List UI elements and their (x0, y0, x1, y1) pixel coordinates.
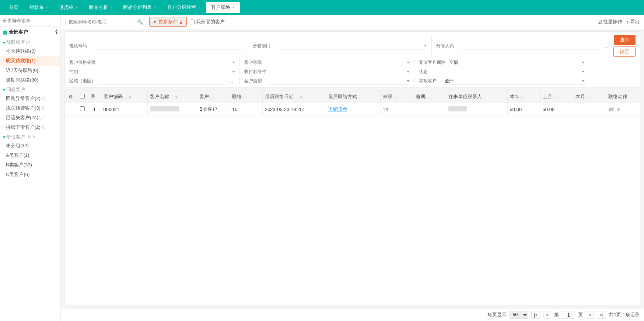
sidebar-class-a[interactable]: A类客户(1) (0, 151, 60, 160)
this-year-col-dots[interactable]: ⋮ (524, 95, 528, 99)
nav-product-analysis-list[interactable]: 商品分析列表× (118, 2, 161, 13)
sidebar-continuous-decline[interactable]: 持续下滑客户(2) ⓘ (0, 122, 60, 132)
contact-col-dots[interactable]: ⋮ (246, 95, 250, 99)
close-customer-contact[interactable]: × (232, 5, 234, 10)
page-input[interactable] (562, 311, 575, 319)
last-method-link[interactable]: 下销货单 (328, 106, 347, 112)
search-input[interactable] (69, 19, 136, 24)
col-check-header[interactable] (77, 90, 88, 103)
first-page-button[interactable]: |< (531, 311, 540, 319)
filter-retail-attr-wrapper[interactable]: 全部 (448, 59, 585, 66)
close-sales-order[interactable]: × (46, 5, 48, 10)
filter-phone-input[interactable] (94, 42, 244, 49)
last-date-col-dots[interactable]: ⋮ (294, 95, 298, 99)
filter-price-level-select[interactable] (98, 59, 232, 66)
refresh-icon[interactable]: ↻ (28, 134, 32, 140)
code-col-dots[interactable]: ⋮ (123, 95, 127, 99)
batch-action-button[interactable]: ☑ 批量操作 (598, 18, 622, 25)
col-type-header[interactable]: 客户... ⋮ (197, 90, 230, 103)
filter-dept-select-wrapper[interactable] (277, 42, 427, 49)
filter-status-select[interactable] (443, 68, 582, 75)
col-contact-header[interactable]: 联络... ⋮ (230, 90, 262, 103)
col-code-header[interactable]: 客户编码 ⋮ (101, 90, 148, 103)
filter-customer-level-select[interactable] (269, 59, 407, 66)
filter-customer-type-wrapper[interactable] (269, 77, 410, 84)
export-button[interactable]: ↑ 导出 (627, 18, 640, 25)
sidebar-overdue-contact[interactable]: 逾期未联络(30) (0, 75, 60, 85)
this-month-col-dots[interactable]: ⋮ (589, 95, 593, 99)
nav-customer-segmentation[interactable]: 客户分层经营× (162, 2, 205, 13)
sidebar-lost-warning[interactable]: 流失预警客户(3) ⓘ (0, 103, 60, 113)
filter-retail-customer-select[interactable]: 全部 (443, 77, 582, 84)
more-filter-button[interactable]: ▼ 更多条件 ▲ (149, 17, 187, 27)
last-method-col-dots[interactable]: ⋮ (358, 95, 361, 99)
unit-contact-col-dots[interactable]: ⋮ (483, 95, 486, 99)
last-page-button[interactable]: >| (597, 311, 606, 319)
manager-dots-button[interactable]: … (602, 43, 610, 49)
sidebar-repeat-abnormal[interactable]: 回购异常客户(2) ⓘ (0, 94, 60, 103)
action-grid-icon[interactable]: ⊞ (616, 107, 620, 112)
sidebar-search-input[interactable] (3, 18, 58, 23)
my-customers-checkbox-label[interactable]: 我分管的客户 (190, 18, 225, 25)
filter-dept-select[interactable] (277, 42, 424, 49)
col-this-year-header[interactable]: 本年... ⋮ (507, 90, 540, 103)
filter-status-wrapper[interactable] (443, 68, 585, 75)
prev-page-button[interactable]: < (543, 311, 552, 319)
type-col-dots[interactable]: ⋮ (214, 95, 217, 99)
filter-manager-input[interactable] (461, 42, 600, 49)
col-overdue-header[interactable]: 逾期... ⋮ (413, 90, 446, 103)
col-last-month-header[interactable]: 上月... ⋮ (540, 90, 573, 103)
filter-retail-customer-wrapper[interactable]: 全部 (443, 77, 585, 84)
sidebar-tomorrow-contact[interactable]: 明天待联络(1) (0, 56, 60, 66)
search-icon[interactable]: 🔍 (137, 19, 143, 25)
filter-payment-wrapper[interactable] (269, 68, 410, 75)
overdue-col-dots[interactable]: ⋮ (430, 95, 434, 99)
last-month-col-dots[interactable]: ⋮ (557, 95, 560, 99)
name-col-dots[interactable]: ⋮ (170, 95, 174, 99)
col-unit-contact-header[interactable]: 往来单位联系人 ⋮ (446, 90, 507, 103)
col-gear-header[interactable]: ⚙ (65, 90, 77, 103)
select-all-checkbox[interactable] (80, 94, 85, 99)
filter-price-level-wrapper[interactable] (98, 59, 235, 66)
region-dots-button[interactable]: … (227, 78, 235, 84)
sidebar-already-lost[interactable]: 已流失客户(24) ⓘ (0, 113, 60, 122)
nav-sales-order[interactable]: 销货单× (24, 2, 53, 13)
row-last-method[interactable]: 下销货单 (326, 103, 380, 115)
filter-payment-select[interactable] (269, 68, 407, 75)
next-page-button[interactable]: > (586, 311, 594, 319)
sidebar-ungrouped[interactable]: 未分组(32) (0, 141, 60, 151)
row-check[interactable] (77, 103, 88, 115)
close-customer-segmentation[interactable]: × (198, 5, 200, 10)
nav-customer-contact[interactable]: 客户联络× (206, 2, 239, 13)
filter-gender-wrapper[interactable] (94, 68, 235, 75)
per-page-select[interactable]: 50 20 100 200 (510, 311, 528, 319)
nav-product-analysis[interactable]: 商品分析× (84, 2, 117, 13)
nav-purchase-order[interactable]: 进货单× (54, 2, 83, 13)
col-no-contact-header[interactable]: 未联... ⋮ (380, 90, 413, 103)
col-name-header[interactable]: 客户名称 ⋮ (148, 90, 197, 103)
sidebar-seven-day-contact[interactable]: 近7天待联络(0) (0, 66, 60, 75)
all-customers-title[interactable]: ▦ 全部客户 《 (0, 27, 60, 38)
sidebar-class-c[interactable]: C类客户(6) (0, 170, 60, 179)
nav-home[interactable]: 首页 (4, 2, 24, 13)
close-purchase-order[interactable]: × (75, 5, 77, 10)
filter-region-input[interactable] (98, 77, 225, 84)
close-product-analysis-list[interactable]: × (154, 5, 156, 10)
filter-retail-attr-select[interactable]: 全部 (448, 59, 582, 66)
col-last-method-header[interactable]: 最后联络方式 ⋮ (326, 90, 380, 103)
sidebar-class-b[interactable]: B类客户(33) (0, 160, 60, 170)
col-last-date-header[interactable]: 最后联络日期 ⋮ (262, 90, 326, 103)
filter-customer-level-wrapper[interactable] (269, 59, 410, 66)
filter-customer-type-select[interactable] (269, 77, 407, 84)
col-this-month-header[interactable]: 本月... ⋮ (573, 90, 606, 103)
row-checkbox[interactable] (80, 106, 85, 111)
no-contact-col-dots[interactable]: ⋮ (397, 95, 401, 99)
query-button[interactable]: 查询 (614, 35, 636, 45)
close-product-analysis[interactable]: × (110, 5, 112, 10)
action-phone-icon[interactable]: ☎ (608, 107, 614, 112)
edit-icon[interactable]: ✎ (32, 135, 36, 139)
filter-gender-select[interactable] (94, 68, 232, 75)
my-customers-checkbox[interactable] (190, 20, 195, 24)
sidebar-today-contact[interactable]: 今天待联络(0) (0, 46, 60, 56)
setting-button[interactable]: 设置 (613, 46, 636, 57)
